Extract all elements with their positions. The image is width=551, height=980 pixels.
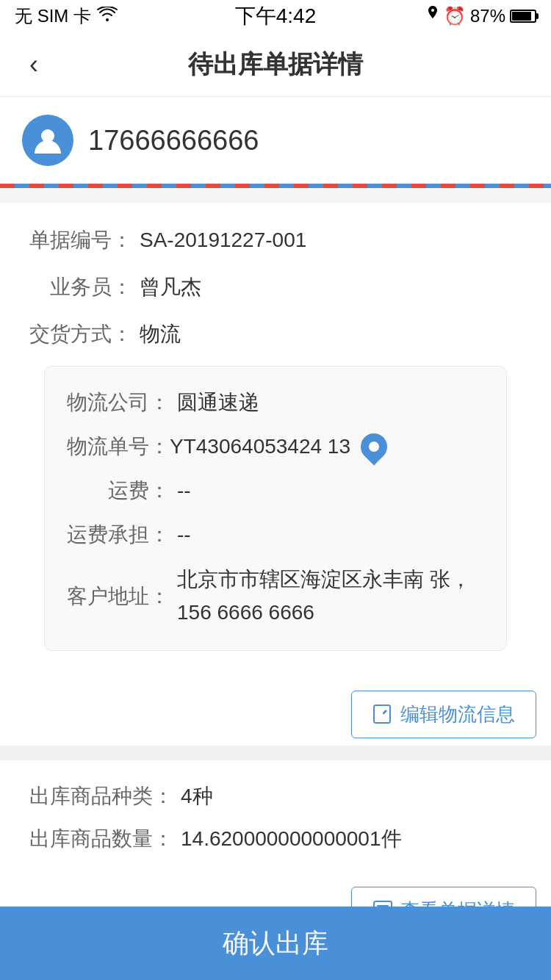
salesman-value: 曾凡杰 — [140, 272, 522, 303]
logistics-card: 物流公司： 圆通速递 物流单号： YT43064053424 13 运费： --… — [44, 366, 507, 651]
status-left: 无 SIM 卡 — [15, 4, 118, 28]
tracking-number: YT43064053424 13 — [170, 431, 350, 462]
nav-bar: ‹ 待出库单据详情 — [0, 32, 551, 97]
page-title: 待出库单据详情 — [188, 48, 363, 82]
delivery-row: 交货方式： 物流 — [29, 319, 522, 350]
battery-icon — [510, 10, 536, 23]
goods-quantity-value: 14.620000000000001件 — [181, 825, 402, 853]
battery-text: 87% — [470, 6, 505, 26]
map-location-icon[interactable] — [356, 428, 393, 466]
salesman-label: 业务员： — [29, 272, 132, 303]
freight-bear-label: 运费承担： — [67, 519, 170, 550]
order-info-section: 单据编号： SA-20191227-001 业务员： 曾凡杰 交货方式： 物流 … — [0, 203, 551, 673]
freight-bear-row: 运费承担： -- — [67, 519, 484, 550]
freight-value: -- — [177, 475, 484, 506]
dashed-divider — [0, 184, 551, 188]
freight-bear-value: -- — [177, 519, 484, 550]
order-no-value: SA-20191227-001 — [140, 225, 522, 256]
confirm-button-bar[interactable]: 确认出库 — [0, 907, 551, 980]
edit-btn-row: 编辑物流信息 — [0, 673, 551, 746]
tracking-row: YT43064053424 13 — [170, 431, 387, 462]
goods-section: 出库商品种类： 4种 出库商品数量： 14.620000000000001件 — [0, 760, 551, 875]
order-no-row: 单据编号： SA-20191227-001 — [29, 225, 522, 256]
status-right: ⏰ 87% — [426, 6, 536, 26]
order-no-label: 单据编号： — [29, 225, 132, 256]
goods-type-value: 4种 — [181, 782, 213, 810]
wifi-icon — [97, 7, 118, 26]
address-row: 客户地址： 北京市市辖区海淀区永丰南 张，156 6666 6666 — [67, 563, 484, 630]
salesman-row: 业务员： 曾凡杰 — [29, 272, 522, 303]
logistics-company-value: 圆通速递 — [177, 387, 484, 418]
customer-phone: 17666666666 — [88, 125, 259, 156]
status-time: 下午4:42 — [235, 2, 317, 30]
edit-logistics-label: 编辑物流信息 — [400, 702, 515, 727]
confirm-button-label: 确认出库 — [223, 926, 328, 962]
edit-logistics-button[interactable]: 编辑物流信息 — [351, 691, 536, 738]
address-value: 北京市市辖区海淀区永丰南 张，156 6666 6666 — [177, 563, 484, 630]
section-divider — [0, 746, 551, 760]
alarm-icon: ⏰ — [444, 6, 466, 26]
logistics-tracking-row: 物流单号： YT43064053424 13 — [67, 431, 484, 462]
delivery-value: 物流 — [140, 319, 522, 350]
freight-row: 运费： -- — [67, 475, 484, 506]
avatar — [22, 115, 73, 166]
customer-header: 17666666666 — [0, 97, 551, 184]
logistics-company-row: 物流公司： 圆通速递 — [67, 387, 484, 418]
goods-quantity-row: 出库商品数量： 14.620000000000001件 — [29, 825, 522, 853]
logistics-tracking-label: 物流单号： — [67, 431, 170, 462]
delivery-label: 交货方式： — [29, 319, 132, 350]
location-status-icon — [426, 6, 439, 26]
goods-quantity-label: 出库商品数量： — [29, 825, 173, 853]
svg-rect-1 — [374, 705, 390, 723]
goods-type-label: 出库商品种类： — [29, 782, 173, 810]
carrier-text: 无 SIM 卡 — [15, 4, 91, 28]
freight-label: 运费： — [67, 475, 170, 506]
address-label: 客户地址： — [67, 581, 170, 612]
status-bar: 无 SIM 卡 下午4:42 ⏰ 87% — [0, 0, 551, 32]
back-button[interactable]: ‹ — [22, 42, 46, 87]
logistics-company-label: 物流公司： — [67, 387, 170, 418]
goods-type-row: 出库商品种类： 4种 — [29, 782, 522, 810]
